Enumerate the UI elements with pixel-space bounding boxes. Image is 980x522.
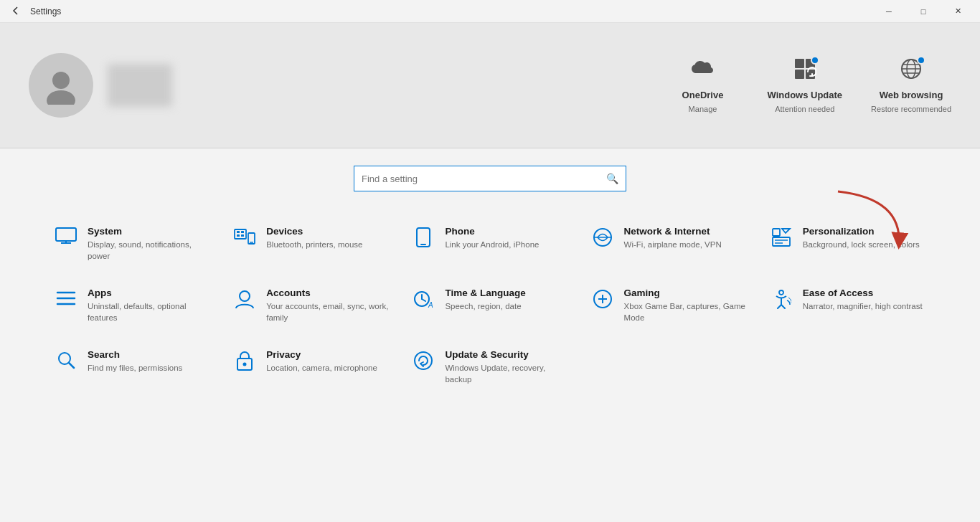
svg-text:A: A xyxy=(428,301,433,309)
settings-item-gaming[interactable]: Gaming Xbox Game Bar, captures, Game Mod… xyxy=(580,275,758,336)
privacy-icon xyxy=(233,351,256,371)
settings-item-time[interactable]: A Time & Language Speech, region, date xyxy=(400,275,579,336)
svg-point-0 xyxy=(52,72,70,89)
search-settings-title: Search xyxy=(88,349,182,360)
web-browsing-subtitle: Restore recommended xyxy=(871,105,951,113)
svg-point-32 xyxy=(240,291,250,301)
ease-title: Ease of Access xyxy=(803,288,923,298)
svg-rect-15 xyxy=(237,231,240,233)
search-box: 🔍 xyxy=(354,166,626,191)
apps-icon xyxy=(55,289,77,308)
back-button[interactable] xyxy=(9,3,23,20)
devices-title: Devices xyxy=(266,226,362,237)
settings-item-devices[interactable]: Devices Bluetooth, printers, mouse xyxy=(222,213,400,275)
network-title: Network & Internet xyxy=(624,226,722,237)
privacy-title: Privacy xyxy=(266,349,377,360)
gaming-subtitle: Xbox Game Bar, captures, Game Mode xyxy=(624,300,747,323)
svg-rect-18 xyxy=(241,234,244,237)
settings-item-apps[interactable]: Apps Uninstall, defaults, optional featu… xyxy=(43,275,222,336)
user-name-blurred xyxy=(108,64,172,107)
apps-subtitle: Uninstall, defaults, optional features xyxy=(88,300,210,323)
title-bar-left: Settings xyxy=(9,3,61,20)
svg-point-1 xyxy=(47,90,75,105)
settings-item-ease[interactable]: Ease of Access Narrator, magnifier, high… xyxy=(758,275,937,336)
svg-line-35 xyxy=(422,299,425,301)
search-input[interactable] xyxy=(362,174,600,184)
settings-item-privacy[interactable]: Privacy Location, camera, microphone xyxy=(222,336,400,398)
onedrive-subtitle: Manage xyxy=(689,105,717,113)
settings-grid: System Display, sound, notifications, po… xyxy=(0,206,980,406)
time-title: Time & Language xyxy=(445,288,525,298)
devices-subtitle: Bluetooth, printers, mouse xyxy=(266,239,362,250)
devices-icon xyxy=(233,227,256,246)
onedrive-icon xyxy=(692,57,715,85)
system-icon xyxy=(55,227,77,245)
svg-point-40 xyxy=(779,290,783,295)
svg-rect-16 xyxy=(241,231,244,233)
settings-item-update-security[interactable]: Update & Security Windows Update, recove… xyxy=(400,336,579,398)
onedrive-link[interactable]: OneDrive Manage xyxy=(667,57,739,113)
web-browsing-title: Web browsing xyxy=(880,90,943,100)
svg-rect-4 xyxy=(795,70,804,79)
personalization-icon xyxy=(770,227,793,247)
svg-rect-2 xyxy=(795,59,804,68)
system-title: System xyxy=(88,226,210,237)
update-security-subtitle: Windows Update, recovery, backup xyxy=(445,362,567,385)
svg-line-42 xyxy=(778,305,781,308)
personalization-subtitle: Background, lock screen, colors xyxy=(803,239,920,250)
window-controls: ─ □ ✕ xyxy=(872,0,974,23)
system-subtitle: Display, sound, notifications, power xyxy=(88,239,210,262)
onedrive-title: OneDrive xyxy=(682,90,724,100)
minimize-button[interactable]: ─ xyxy=(872,0,905,23)
time-icon: A xyxy=(412,289,435,309)
svg-rect-5 xyxy=(806,70,815,79)
avatar[interactable] xyxy=(29,53,93,118)
window-title: Settings xyxy=(30,6,61,16)
search-settings-subtitle: Find my files, permissions xyxy=(88,362,182,374)
maximize-button[interactable]: □ xyxy=(907,0,940,23)
svg-point-47 xyxy=(243,363,247,366)
phone-title: Phone xyxy=(445,226,539,237)
windows-update-title: Windows Update xyxy=(768,90,843,100)
gaming-title: Gaming xyxy=(624,288,747,298)
settings-item-search[interactable]: Search Find my files, permissions xyxy=(43,336,222,398)
windows-update-link[interactable]: Windows Update Attention needed xyxy=(768,57,843,113)
search-icon[interactable]: 🔍 xyxy=(606,173,618,184)
personalization-title: Personalization xyxy=(803,226,920,237)
close-button[interactable]: ✕ xyxy=(941,0,974,23)
svg-line-43 xyxy=(781,305,785,308)
web-browsing-link[interactable]: Web browsing Restore recommended xyxy=(871,57,951,113)
search-container: 🔍 xyxy=(0,148,980,206)
svg-rect-17 xyxy=(237,234,240,237)
settings-item-accounts[interactable]: Accounts Your accounts, email, sync, wor… xyxy=(222,275,400,336)
settings-item-system[interactable]: System Display, sound, notifications, po… xyxy=(43,213,222,275)
svg-rect-26 xyxy=(773,229,780,236)
svg-line-45 xyxy=(69,363,74,368)
update-security-title: Update & Security xyxy=(445,349,567,360)
search-settings-icon xyxy=(55,351,77,369)
quick-links: OneDrive Manage Windows Update Attention… xyxy=(667,57,952,113)
web-browsing-icon xyxy=(900,57,923,85)
settings-item-phone[interactable]: Phone Link your Android, iPhone xyxy=(400,213,579,275)
gaming-icon xyxy=(591,289,614,309)
update-security-icon xyxy=(412,351,435,371)
settings-item-personalization[interactable]: Personalization Background, lock screen,… xyxy=(758,213,937,275)
time-subtitle: Speech, region, date xyxy=(445,300,525,312)
windows-update-icon xyxy=(793,57,816,85)
phone-icon xyxy=(412,227,435,247)
svg-rect-14 xyxy=(235,229,246,239)
windows-update-badge xyxy=(811,56,819,65)
accounts-subtitle: Your accounts, email, sync, work, family xyxy=(266,300,389,323)
accounts-title: Accounts xyxy=(266,288,389,298)
svg-rect-25 xyxy=(773,237,790,246)
privacy-subtitle: Location, camera, microphone xyxy=(266,362,377,374)
ease-icon xyxy=(770,289,793,309)
svg-rect-11 xyxy=(56,228,76,241)
windows-update-subtitle: Attention needed xyxy=(775,105,834,113)
settings-item-network[interactable]: Network & Internet Wi-Fi, airplane mode,… xyxy=(580,213,758,275)
ease-subtitle: Narrator, magnifier, high contrast xyxy=(803,300,923,312)
accounts-icon xyxy=(233,289,256,309)
apps-title: Apps xyxy=(88,288,210,298)
profile-header: OneDrive Manage Windows Update Attention… xyxy=(0,23,980,148)
title-bar: Settings ─ □ ✕ xyxy=(0,0,980,23)
